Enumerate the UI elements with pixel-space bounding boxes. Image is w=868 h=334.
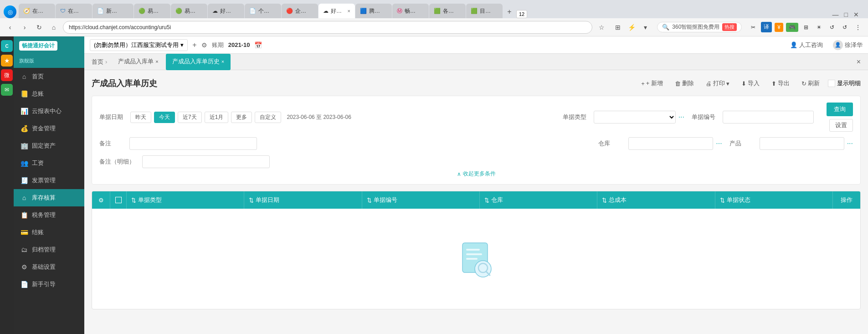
sidebar-item-archive[interactable]: 🗂 归档管理 bbox=[14, 241, 84, 258]
note-detail-input[interactable] bbox=[142, 155, 270, 168]
close-panel-button[interactable]: × bbox=[853, 58, 864, 66]
tab-yi2[interactable]: 🟢 易… bbox=[171, 4, 207, 18]
tab-close-icon[interactable]: × bbox=[221, 59, 224, 64]
home-button[interactable]: ⌂ bbox=[48, 22, 59, 33]
filter-settings-button[interactable]: 设置 bbox=[829, 119, 853, 132]
sidebar-item-funds[interactable]: 💰 资金管理 bbox=[14, 120, 84, 137]
tab-chang[interactable]: Ⓜ 畅… bbox=[392, 4, 429, 18]
sidebar-icon-mail[interactable]: ✉ bbox=[1, 84, 13, 96]
extensions-button[interactable]: ⊞ bbox=[612, 22, 623, 33]
calendar-icon[interactable]: 📅 bbox=[254, 41, 262, 49]
tab-hao1[interactable]: ☁ 好… bbox=[208, 4, 244, 18]
gamepad-button[interactable]: 🎮 bbox=[786, 23, 798, 32]
new-tab-button[interactable]: + bbox=[503, 5, 516, 18]
tab-hao2[interactable]: ☁ 好… × bbox=[318, 4, 355, 18]
num-input[interactable] bbox=[723, 111, 814, 123]
date-btn-1month[interactable]: 近1月 bbox=[205, 112, 229, 123]
refresh-button[interactable]: ↻ bbox=[34, 22, 45, 33]
content-tab-history[interactable]: 产成品入库单历史 × bbox=[166, 54, 231, 70]
date-btn-today[interactable]: 今天 bbox=[154, 112, 175, 123]
sidebar-item-reports[interactable]: 📊 云报表中心 bbox=[14, 103, 84, 120]
undo-button[interactable]: ↺ bbox=[827, 23, 837, 32]
minimize-icon[interactable]: — bbox=[832, 11, 839, 18]
breadcrumb-home[interactable]: 首页 bbox=[92, 58, 103, 66]
show-detail-toggle[interactable]: 显示明细 bbox=[828, 79, 861, 87]
th-date[interactable]: ⇅ 单据日期 bbox=[244, 191, 362, 209]
tab-shield[interactable]: 🛡 在… bbox=[56, 4, 92, 18]
delete-button[interactable]: 🗑 删除 bbox=[671, 77, 698, 89]
date-btn-custom[interactable]: 自定义 bbox=[255, 112, 281, 123]
print-button[interactable]: 🖨 打印 ▾ bbox=[702, 77, 733, 89]
tab-teng[interactable]: 🟦 腾… bbox=[355, 4, 392, 18]
sidebar-icon-star[interactable]: ★ bbox=[1, 55, 13, 67]
tab-zaix1[interactable]: 🧭 在… bbox=[19, 4, 55, 18]
query-button[interactable]: 查询 bbox=[827, 103, 853, 116]
add-company-button[interactable]: + bbox=[192, 41, 196, 49]
import-button[interactable]: ⬇ 导入 bbox=[738, 77, 763, 89]
tab-mu[interactable]: 🟩 目… bbox=[466, 4, 503, 18]
address-input[interactable] bbox=[63, 21, 592, 34]
tab-close-icon[interactable]: × bbox=[155, 59, 158, 64]
th-status[interactable]: ⇅ 单据状态 bbox=[715, 191, 833, 209]
tab-ge2[interactable]: 🟩 各… bbox=[429, 4, 466, 18]
date-btn-more[interactable]: 更多 bbox=[231, 112, 252, 123]
sidebar-item-fixed-assets[interactable]: 🏢 固定资产 bbox=[14, 137, 84, 154]
th-type[interactable]: ⇅ 单据类型 bbox=[127, 191, 244, 209]
maximize-icon[interactable]: □ bbox=[844, 11, 848, 18]
sidebar-item-general-ledger[interactable]: 📒 总账 bbox=[14, 85, 84, 103]
collapse-button[interactable]: ∧ 收起更多条件 bbox=[99, 170, 853, 178]
export-button[interactable]: ⬆ 导出 bbox=[768, 77, 793, 89]
user-avatar[interactable]: 👤 徐泽华 bbox=[833, 40, 863, 50]
sidebar-item-invoice[interactable]: 🧾 发票管理 bbox=[14, 172, 84, 189]
date-btn-7days[interactable]: 近7天 bbox=[178, 112, 202, 123]
type-dots[interactable]: ··· bbox=[678, 113, 684, 121]
th-num[interactable]: ⇅ 单据编号 bbox=[362, 191, 480, 209]
tab-ge[interactable]: 📄 个… bbox=[245, 4, 281, 18]
lightning-button[interactable]: ⚡ bbox=[626, 22, 637, 33]
date-btn-yesterday[interactable]: 昨天 bbox=[130, 112, 151, 123]
sidebar-item-payroll[interactable]: 👥 工资 bbox=[14, 154, 84, 172]
layout-button[interactable]: ⊞ bbox=[801, 23, 811, 32]
undo2-button[interactable]: ↺ bbox=[840, 23, 850, 32]
note-input[interactable] bbox=[129, 137, 257, 150]
sidebar-item-inventory[interactable]: ⌂ 库存核算 bbox=[14, 189, 84, 206]
sidebar-item-checkout[interactable]: 💳 结账 bbox=[14, 224, 84, 241]
tab-new[interactable]: 📄 新… bbox=[92, 4, 134, 18]
th-cost[interactable]: ⇅ 总成本 bbox=[597, 191, 715, 209]
tab-yi1[interactable]: 🟢 易… bbox=[134, 4, 170, 18]
product-dots[interactable]: ··· bbox=[847, 139, 853, 148]
forward-button[interactable]: › bbox=[19, 22, 30, 33]
sun-button[interactable]: ☀ bbox=[814, 23, 824, 32]
scissors-button[interactable]: ✂ bbox=[748, 23, 758, 32]
sidebar-item-basic[interactable]: ⚙ 基础设置 bbox=[14, 258, 84, 276]
user-service-button[interactable]: 👤 人工咨询 bbox=[790, 41, 823, 49]
sidebar-icon-weibo[interactable]: 微 bbox=[1, 69, 13, 81]
th-warehouse[interactable]: ⇅ 仓库 bbox=[480, 191, 597, 209]
product-input[interactable] bbox=[760, 137, 844, 150]
sidebar-item-guide[interactable]: 📄 新手引导 bbox=[14, 276, 84, 293]
more-button[interactable]: ⋮ bbox=[853, 23, 863, 32]
sidebar-item-home[interactable]: ⌂ 首页 bbox=[14, 68, 84, 85]
th-settings[interactable]: ⚙ bbox=[92, 191, 110, 209]
th-check[interactable] bbox=[110, 191, 127, 209]
refresh-button[interactable]: ↻ 刷新 bbox=[798, 77, 823, 89]
dropdown-button[interactable]: ▾ bbox=[640, 22, 651, 33]
checkbox-show-detail[interactable] bbox=[828, 80, 835, 87]
yuan-button[interactable]: ¥ bbox=[775, 23, 783, 32]
select-all-checkbox[interactable] bbox=[115, 197, 122, 203]
warehouse-input[interactable] bbox=[628, 137, 713, 150]
close-window-icon[interactable]: ✕ bbox=[853, 11, 859, 18]
bookmark-button[interactable]: ☆ bbox=[596, 22, 607, 33]
content-tab-list[interactable]: 产成品入库单 × bbox=[112, 54, 164, 70]
add-button[interactable]: + + 新增 bbox=[637, 77, 667, 89]
sidebar-item-tax[interactable]: 📋 税务管理 bbox=[14, 206, 84, 224]
back-button[interactable]: ‹ bbox=[5, 22, 15, 33]
company-select[interactable]: (勿删勿禁用）江西服宝测试专用 ▾ bbox=[90, 39, 188, 51]
type-select[interactable] bbox=[594, 111, 676, 123]
tab-qi[interactable]: 🔴 企… bbox=[282, 4, 318, 18]
warehouse-dots[interactable]: ··· bbox=[716, 139, 722, 148]
settings-icon[interactable]: ⚙ bbox=[201, 41, 207, 49]
tab-close-icon[interactable]: × bbox=[348, 8, 350, 14]
translate-button[interactable]: 译 bbox=[761, 22, 772, 32]
sidebar-icon-chanjet[interactable]: C bbox=[1, 40, 13, 52]
